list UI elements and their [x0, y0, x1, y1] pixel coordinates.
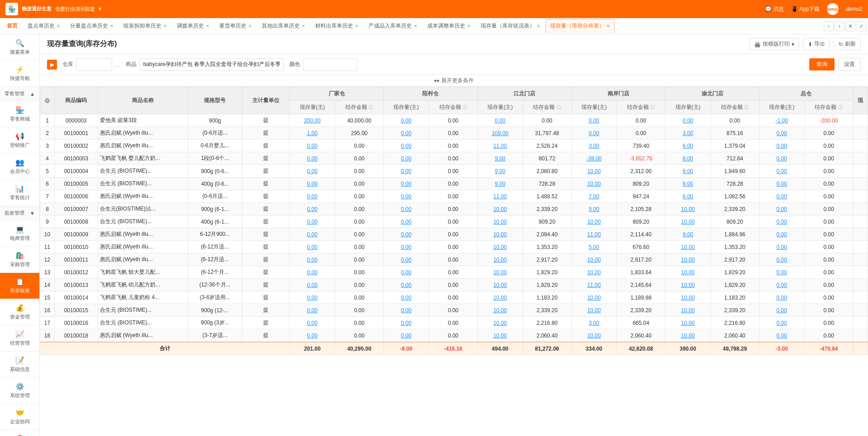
jb-qty-cell[interactable]: 11.00 [477, 140, 523, 152]
sidebar-item-system[interactable]: ⚙️ 系统管理 [0, 378, 39, 404]
tab-home[interactable]: 首页 [2, 19, 23, 33]
user-name[interactable]: demo2 [846, 6, 863, 12]
mc-qty-cell[interactable]: 0.00 [384, 304, 429, 317]
tab-material-out[interactable]: 材料出库单历史 ✕ [310, 19, 363, 33]
mc-qty-cell[interactable]: 0.00 [384, 114, 429, 127]
yb-qty-cell[interactable]: 10.00 [665, 216, 711, 228]
total-qty-cell[interactable]: 0.00 [759, 241, 804, 253]
total-qty-cell[interactable]: 0.00 [759, 253, 804, 266]
close-icon[interactable]: ✕ [414, 23, 417, 28]
sidebar-item-inventory[interactable]: 📋 库存核算 [0, 273, 39, 299]
jb-qty-cell[interactable]: 9.00 [477, 178, 523, 190]
sidebar-item-quick-nav[interactable]: ⚡ 快捷导航 [0, 61, 39, 87]
sidebar-item-wholesale[interactable]: 批发管理 ▼ [0, 206, 39, 220]
mc-qty-cell[interactable]: 0.00 [384, 291, 429, 304]
jb-qty-cell[interactable]: 9.00 [477, 165, 523, 178]
sidebar-item-enterprise[interactable]: 🤝 企业协同 [0, 404, 39, 430]
warehouse-input[interactable] [76, 58, 112, 71]
sidebar-item-ecommerce[interactable]: 💻 电商管理 [0, 220, 39, 247]
fj-qty-cell[interactable]: 0.00 [290, 329, 335, 342]
sidebar-item-purchase[interactable]: 🛍️ 采购管理 [0, 247, 39, 273]
sidebar-item-retail-mgmt[interactable]: 零售管理 ▲ [0, 87, 39, 101]
total-qty-cell[interactable]: 0.00 [759, 291, 804, 304]
total-qty-cell[interactable]: 0.00 [759, 228, 804, 241]
fj-qty-cell[interactable]: 0.00 [290, 317, 335, 329]
total-qty-cell[interactable]: 0.00 [759, 165, 804, 178]
jb-qty-cell[interactable]: 10.00 [477, 329, 523, 342]
close-icon[interactable]: ✕ [467, 23, 471, 28]
tab-next-btn[interactable]: › [835, 21, 844, 31]
mc-qty-cell[interactable]: 0.00 [384, 190, 429, 203]
jb-qty-cell[interactable]: 109.00 [477, 127, 523, 140]
jb-qty-cell[interactable]: 10.00 [477, 253, 523, 266]
na-qty-cell[interactable]: 7.00 [571, 190, 617, 203]
mc-qty-cell[interactable]: 0.00 [384, 216, 429, 228]
tab-inventory-count[interactable]: 盘点单历史 ✕ [23, 19, 65, 33]
sidebar-item-retail-stats[interactable]: 📊 零售统计 [0, 180, 39, 206]
avatar[interactable]: demo2 [827, 3, 839, 15]
tab-stock-status[interactable]: 现存量（库存状况表） ✕ [476, 19, 545, 33]
mc-qty-cell[interactable]: 0.00 [384, 165, 429, 178]
fj-qty-cell[interactable]: 0.00 [290, 241, 335, 253]
na-qty-cell[interactable]: 10.00 [571, 304, 617, 317]
total-qty-cell[interactable]: 0.00 [759, 216, 804, 228]
mc-qty-cell[interactable]: 0.00 [384, 266, 429, 279]
yb-qty-cell[interactable]: 10.00 [665, 241, 711, 253]
close-icon[interactable]: ✕ [110, 23, 113, 28]
mc-qty-cell[interactable]: 0.00 [384, 279, 429, 291]
info-icon[interactable]: ⓘ [744, 105, 749, 110]
close-icon[interactable]: ✕ [57, 23, 60, 28]
yb-qty-cell[interactable]: 6.00 [665, 140, 711, 152]
message-btn[interactable]: 💬 消息 [765, 5, 784, 13]
jb-qty-cell[interactable]: 10.00 [477, 266, 523, 279]
fj-qty-cell[interactable]: 0.00 [290, 165, 335, 178]
fj-qty-cell[interactable]: 0.00 [290, 253, 335, 266]
filter-expand-btn[interactable]: ▶ [47, 60, 57, 70]
mc-qty-cell[interactable]: 0.00 [384, 329, 429, 342]
total-qty-cell[interactable]: 0.00 [759, 266, 804, 279]
close-icon[interactable]: ✕ [163, 23, 167, 28]
yb-qty-cell[interactable]: 9.00 [665, 178, 711, 190]
yb-qty-cell[interactable]: 10.00 [665, 279, 711, 291]
sidebar-item-member[interactable]: 👥 会员中心 [0, 154, 39, 180]
fj-qty-cell[interactable]: 0.00 [290, 266, 335, 279]
tab-stock-dist[interactable]: 现存量（库存分布表） ✕ [545, 19, 615, 33]
na-qty-cell[interactable]: 0.00 [571, 127, 617, 140]
yb-qty-cell[interactable]: 10.00 [665, 329, 711, 342]
total-qty-cell[interactable]: 0.00 [759, 279, 804, 291]
jb-qty-cell[interactable]: 10.00 [477, 216, 523, 228]
close-icon[interactable]: ✕ [206, 23, 209, 28]
goods-input[interactable] [139, 58, 284, 71]
tab-other-out[interactable]: 其他出库单历史 ✕ [257, 19, 310, 33]
jb-qty-cell[interactable]: 9.00 [477, 152, 523, 165]
close-icon[interactable]: ✕ [302, 23, 305, 28]
sidebar-item-marketing[interactable]: 📢 营销推广 [0, 127, 39, 154]
na-qty-cell[interactable]: 3.00 [571, 140, 617, 152]
jb-qty-cell[interactable]: 10.00 [477, 291, 523, 304]
jb-qty-cell[interactable]: 10.00 [477, 241, 523, 253]
total-qty-cell[interactable]: 0.00 [759, 329, 804, 342]
yb-qty-cell[interactable]: 8.00 [665, 152, 711, 165]
sidebar-item-guide[interactable]: 🎯 新手引导 [0, 430, 39, 436]
info-icon[interactable]: ⓘ [368, 105, 373, 110]
refresh-btn[interactable]: ↻ 刷新 [834, 38, 861, 50]
sidebar-item-finance[interactable]: 💰 资金管理 [0, 299, 39, 325]
info-icon[interactable]: ⓘ [462, 105, 467, 110]
close-icon[interactable]: ✕ [355, 23, 359, 28]
color-input[interactable] [303, 58, 357, 71]
na-qty-cell[interactable]: 5.00 [571, 241, 617, 253]
info-icon[interactable]: ⓘ [650, 105, 655, 110]
fj-qty-cell[interactable]: 1.00 [290, 127, 335, 140]
yb-qty-cell[interactable]: 8.00 [665, 190, 711, 203]
fj-qty-cell[interactable]: 0.00 [290, 279, 335, 291]
info-icon[interactable]: ⓘ [838, 105, 843, 110]
total-qty-cell[interactable]: 0.00 [759, 190, 804, 203]
mc-qty-cell[interactable]: 0.00 [384, 178, 429, 190]
yb-qty-cell[interactable]: 8.00 [665, 165, 711, 178]
total-qty-cell[interactable]: 0.00 [759, 152, 804, 165]
mc-qty-cell[interactable]: 0.00 [384, 253, 429, 266]
fj-qty-cell[interactable]: 0.00 [290, 152, 335, 165]
info-icon[interactable]: ⓘ [557, 105, 561, 110]
close-icon[interactable]: ✕ [606, 23, 610, 28]
na-qty-cell[interactable]: 3.00 [571, 317, 617, 329]
